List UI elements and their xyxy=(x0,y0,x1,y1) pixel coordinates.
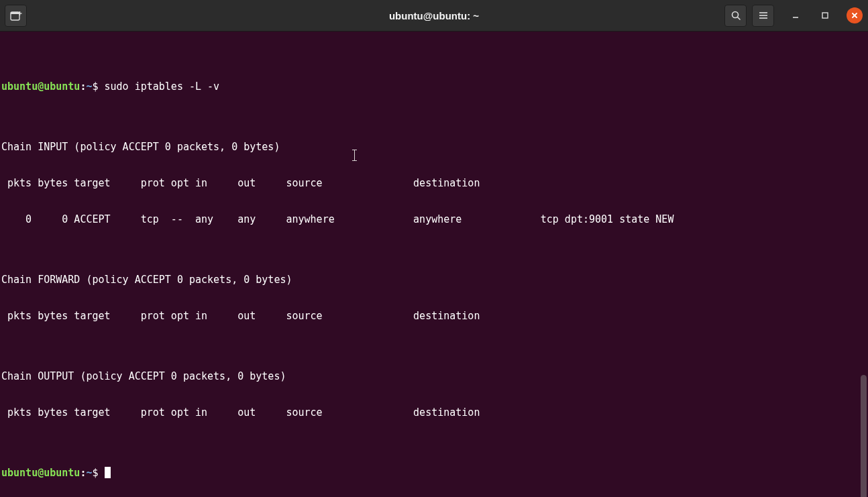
minimize-button[interactable] xyxy=(788,7,804,23)
terminal-output-area[interactable]: ubuntu@ubuntu:~$ sudo iptables -L -v Cha… xyxy=(0,32,868,497)
search-icon xyxy=(730,10,741,21)
maximize-icon xyxy=(821,11,829,19)
prompt-dollar: $ xyxy=(92,80,104,93)
terminal-line: Chain FORWARD (policy ACCEPT 0 packets, … xyxy=(1,274,867,286)
hamburger-menu-button[interactable] xyxy=(752,5,774,27)
terminal-line: pkts bytes target prot opt in out source… xyxy=(1,310,867,322)
svg-line-5 xyxy=(737,17,740,20)
new-tab-button[interactable] xyxy=(5,5,27,27)
terminal-line: 0 0 ACCEPT tcp -- any any anywhere anywh… xyxy=(1,213,867,225)
prompt-user-host: ubuntu@ubuntu xyxy=(1,80,80,93)
search-button[interactable] xyxy=(724,5,747,27)
hamburger-icon xyxy=(758,10,769,21)
terminal-line: pkts bytes target prot opt in out source… xyxy=(1,406,867,419)
window-titlebar: ubuntu@ubuntu: ~ xyxy=(0,0,868,32)
svg-rect-10 xyxy=(822,13,828,18)
close-button[interactable] xyxy=(847,7,863,23)
terminal-line: ubuntu@ubuntu:~$ xyxy=(1,467,867,479)
terminal-line: Chain OUTPUT (policy ACCEPT 0 packets, 0… xyxy=(1,370,867,382)
new-tab-icon xyxy=(10,10,22,21)
terminal-line: pkts bytes target prot opt in out source… xyxy=(1,177,867,189)
maximize-button[interactable] xyxy=(817,7,833,23)
terminal-line: ubuntu@ubuntu:~$ sudo iptables -L -v xyxy=(1,80,867,93)
close-icon xyxy=(851,11,859,19)
terminal-cursor xyxy=(105,467,111,478)
terminal-line: Chain INPUT (policy ACCEPT 0 packets, 0 … xyxy=(1,141,867,153)
scrollbar-thumb[interactable] xyxy=(861,375,867,497)
minimize-icon xyxy=(792,11,800,19)
command-text: sudo iptables -L -v xyxy=(105,80,220,93)
prompt-user-host: ubuntu@ubuntu xyxy=(1,467,80,479)
titlebar-right-controls xyxy=(724,5,868,27)
prompt-dollar: $ xyxy=(92,467,104,479)
